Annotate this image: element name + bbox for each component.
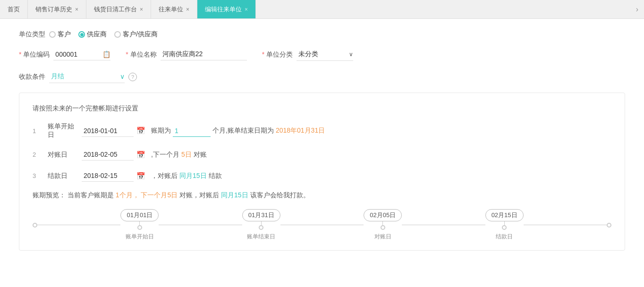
tab-edit-partner-close[interactable]: × (245, 6, 248, 13)
payment-terms-select[interactable]: 月结 ∨ (49, 70, 125, 83)
unit-category-value: 未分类 (297, 48, 347, 60)
tab-edit-partner[interactable]: 编辑往来单位 × (197, 0, 256, 18)
unit-code-input[interactable] (53, 49, 101, 60)
preview-mid: 对账，对账后 (179, 191, 221, 199)
row-1-num: 1 (33, 127, 42, 135)
row-2-num: 2 (33, 151, 42, 158)
setting-row-2: 2 对账日 📅 ,下一个月5日 对账 (33, 149, 611, 160)
timeline-badge-1: 01月01日 (120, 209, 159, 221)
tab-partner-label: 往来单位 (159, 5, 183, 14)
unit-category-field: 单位分类 未分类 ∨ (262, 48, 353, 61)
timeline-dot-1 (137, 225, 142, 230)
row-1-label: 账单开始日 (48, 122, 76, 139)
radio-both-label: 客户/供应商 (123, 30, 158, 39)
setting-row-1: 1 账单开始日 📅 账期为 个月,账单结束日期为 2018年01月31日 (33, 122, 611, 139)
timeline-label-1: 账单开始日 (126, 233, 154, 241)
payment-terms-help-icon[interactable]: ? (128, 73, 137, 81)
row-2-desc-prefix: ,下一个月 (151, 151, 179, 159)
setting-row-3: 3 结款日 📅 ，对账后 同月15日 结款 (33, 170, 611, 182)
tab-bar: 首页 销售订单历史 × 钱货日清工作台 × 往来单位 × 编辑往来单位 × › (0, 0, 644, 19)
unit-type-row: 单位类型 客户 供应商 客户/供应商 (19, 30, 625, 39)
timeline-label-4: 结款日 (496, 233, 513, 241)
row-3-desc-suffix: 结款 (209, 172, 222, 180)
payment-terms-row: 收款条件 月结 ∨ ? (19, 70, 625, 83)
row-2-desc-suffix: 对账 (194, 151, 207, 159)
row-3-highlight: 同月15日 (179, 172, 207, 180)
timeline-node-2-stem (261, 221, 262, 225)
row-3-date-input[interactable] (82, 170, 134, 182)
radio-both[interactable]: 客户/供应商 (114, 30, 158, 39)
timeline-dot-3 (381, 225, 385, 230)
timeline-label-2: 账单结束日 (247, 233, 275, 241)
timeline-start-dot (33, 223, 37, 228)
row-3-desc: ，对账后 同月15日 结款 (151, 172, 222, 180)
row-3-date-wrap: 📅 (82, 170, 145, 182)
tab-cash-work-label: 钱货日清工作台 (94, 5, 137, 14)
tab-home[interactable]: 首页 (0, 0, 28, 18)
radio-supplier-label: 供应商 (87, 30, 107, 39)
row-1-date-wrap: 📅 (82, 125, 145, 137)
row-3-num: 3 (33, 172, 42, 179)
tab-home-label: 首页 (8, 5, 20, 14)
preview-1m: 1个月， (116, 191, 139, 199)
unit-code-copy-icon[interactable]: 📋 (102, 51, 110, 58)
unit-name-input[interactable] (161, 49, 247, 60)
row-2-label: 对账日 (48, 151, 76, 159)
payment-terms-field: 收款条件 月结 ∨ ? (19, 70, 137, 83)
row-1-month-input[interactable] (173, 125, 211, 137)
timeline-badge-4: 02月15日 (485, 209, 524, 221)
tab-sales-history-close[interactable]: × (75, 6, 78, 13)
timeline-line-1 (37, 225, 120, 225)
timeline-dot-2 (259, 225, 263, 230)
timeline-label-3: 对账日 (374, 233, 391, 241)
timeline-line-5 (524, 225, 607, 225)
unit-name-field: 单位名称 (126, 49, 246, 60)
timeline-line-4 (402, 225, 485, 225)
row-2-desc: ,下一个月5日 对账 (151, 151, 207, 159)
preview-text-1: 当前客户账期是 (68, 191, 116, 199)
row-1-calendar-icon[interactable]: 📅 (136, 127, 145, 135)
unit-category-select[interactable]: 未分类 ∨ (297, 48, 353, 61)
radio-supplier[interactable]: 供应商 (78, 30, 107, 39)
timeline-dot-4 (502, 225, 507, 230)
settings-card: 请按照未来的一个完整帐期进行设置 1 账单开始日 📅 账期为 个月,账单结束日期… (19, 93, 625, 251)
radio-customer-circle (49, 31, 56, 38)
row-1-date-input[interactable] (82, 125, 134, 137)
row-1-end-date: 2018年01月31日 (276, 127, 325, 135)
preview-end: 该客户会给我打款。 (250, 191, 310, 199)
timeline-node-3: 02月05日 对账日 (364, 209, 402, 241)
unit-code-input-wrap: 📋 (53, 49, 110, 60)
radio-customer[interactable]: 客户 (49, 30, 71, 39)
row-2-date-input[interactable] (82, 149, 134, 160)
card-title: 请按照未来的一个完整帐期进行设置 (33, 104, 611, 113)
payment-terms-arrow-icon: ∨ (120, 73, 125, 80)
tab-edit-partner-label: 编辑往来单位 (205, 5, 242, 14)
unit-type-radio-group: 客户 供应商 客户/供应商 (49, 30, 158, 39)
main-content: 单位类型 客户 供应商 客户/供应商 单位编码 (0, 19, 644, 287)
preview-text: 账期预览： 当前客户账期是 1个月， 下一个月5日 对账，对账后 同月15日 该… (33, 191, 611, 200)
unit-code-label: 单位编码 (19, 51, 50, 59)
tab-scroll-arrow[interactable]: › (630, 5, 644, 14)
preview-next: 下一个月5日 (141, 191, 178, 199)
tab-partner[interactable]: 往来单位 × (151, 0, 197, 18)
tab-sales-history[interactable]: 销售订单历史 × (28, 0, 86, 18)
timeline-line-3 (280, 225, 364, 225)
row-2-calendar-icon[interactable]: 📅 (136, 151, 145, 159)
timeline-node-1: 01月01日 账单开始日 (120, 209, 159, 241)
tab-partner-close[interactable]: × (186, 6, 189, 13)
unit-category-label: 单位分类 (262, 51, 293, 59)
row-1-desc: 账期为 个月,账单结束日期为 2018年01月31日 (151, 125, 325, 137)
timeline-badge-3: 02月05日 (364, 209, 402, 221)
unit-name-label: 单位名称 (126, 51, 156, 59)
preview-label: 账期预览： (33, 191, 66, 199)
row-3-calendar-icon[interactable]: 📅 (136, 172, 145, 180)
timeline-node-1-stem (139, 221, 140, 225)
row-3-desc-prefix: ，对账后 (151, 172, 178, 180)
timeline-end-dot (607, 223, 611, 228)
row-1-desc-prefix: 账期为 (151, 127, 171, 135)
radio-customer-label: 客户 (58, 30, 71, 39)
tab-cash-work-close[interactable]: × (140, 6, 143, 13)
tab-cash-work[interactable]: 钱货日清工作台 × (86, 0, 151, 18)
row-1-desc-suffix: 个月,账单结束日期为 (212, 127, 274, 135)
timeline-container: 01月01日 账单开始日 01月31日 账单结束日 02月05日 对账日 (33, 209, 611, 241)
